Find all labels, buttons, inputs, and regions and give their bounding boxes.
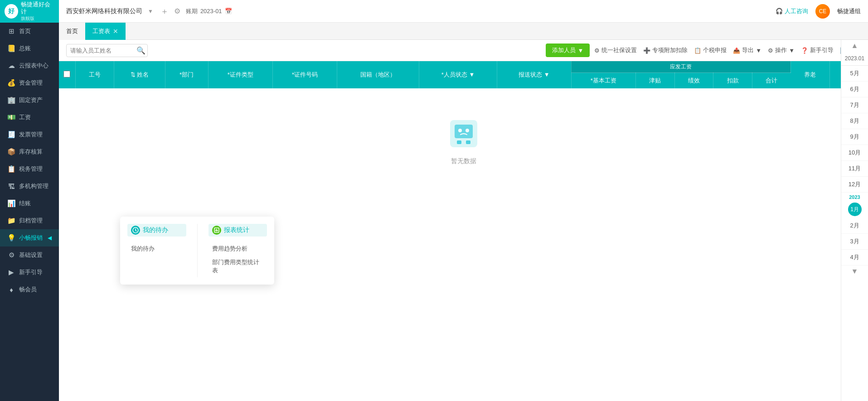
sidebar-item-label: 发票管理 (19, 130, 43, 139)
th-pension: 养老 (790, 61, 829, 88)
month-item-11[interactable]: 11月 (841, 161, 868, 177)
logo-icon: 好 (5, 4, 18, 19)
month-year-2023: 2023 (841, 193, 868, 201)
settlement-icon: 📊 (7, 199, 15, 208)
archive-icon: 📁 (7, 217, 15, 225)
add-person-label: 添加人员 (552, 46, 576, 54)
month-item-7[interactable]: 7月 (841, 97, 868, 113)
th-deduction: 扣款 (713, 73, 752, 89)
guide-action[interactable]: ❓ 新手引导 (801, 46, 834, 54)
sidebar-item-label: 库存核算 (19, 148, 43, 156)
sidebar-item-home[interactable]: ⊞ 首页 (0, 23, 59, 40)
dropdown-item-my-pending[interactable]: 我的待办 (127, 242, 186, 256)
empty-icon (446, 116, 482, 152)
sidebar-item-member[interactable]: ♦ 畅会员 (0, 281, 59, 298)
sidebar-item-archive[interactable]: 📁 归档管理 (0, 212, 59, 229)
sidebar-item-fixed-assets[interactable]: 🏢 固定资产 (0, 92, 59, 109)
tax-report-label: 个税申报 (703, 46, 727, 54)
pending-title: 我的待办 (127, 224, 186, 237)
month-prev-button[interactable]: ▲ (841, 42, 868, 50)
operations-label: 操作 (775, 46, 787, 54)
company-name: 西安虾米网络科技有限公司 (66, 7, 142, 15)
service-button[interactable]: 🎧 人工咨询 (776, 7, 808, 15)
avatar-text: CE (819, 8, 827, 14)
add-person-button[interactable]: 添加人员 ▼ (546, 43, 590, 57)
social-security-icon: ⚙ (594, 47, 600, 54)
export-action[interactable]: 📤 导出 ▼ (733, 46, 761, 54)
dropdown-columns: 我的待办 我的待办 报表统计 费用趋势分析 (127, 224, 267, 277)
tax-report-action[interactable]: 📋 个税申报 (694, 46, 727, 54)
sidebar-item-expense[interactable]: 💡 小畅报销 ◀ (0, 229, 59, 246)
home-icon: ⊞ (7, 27, 15, 35)
dropdown-item-dept-expense[interactable]: 部门费用类型统计表 (209, 256, 267, 277)
pending-icon (131, 226, 140, 235)
dropdown-item-expense-trend[interactable]: 费用趋势分析 (209, 242, 267, 256)
th-basic-salary: *基本工资 (571, 73, 635, 89)
salary-table: 工号 ⇅ 姓名 *部门 *证件类型 *证件号码 国籍（地区） *人员状态 ▼ 报… (59, 61, 868, 193)
sidebar-item-label: 归档管理 (19, 217, 43, 225)
logo-sub: 旗舰版 (21, 15, 54, 22)
period-label: 账期 2023-01 📅 (186, 7, 232, 15)
svg-rect-1 (455, 125, 473, 138)
sidebar-item-tax[interactable]: 📋 税务管理 (0, 160, 59, 178)
sidebar-item-label: 固定资产 (19, 96, 43, 104)
tab-salary[interactable]: 工资表 ✕ (85, 23, 126, 40)
month-item-4[interactable]: 4月 (841, 250, 868, 266)
month-next-button[interactable]: ▼ (841, 267, 868, 275)
month-item-12[interactable]: 12月 (841, 177, 868, 193)
add-company-icon[interactable]: ＋ (160, 6, 169, 17)
month-item-2[interactable]: 2月 (841, 218, 868, 234)
dropdown-col-reports: 报表统计 费用趋势分析 部门费用类型统计表 (209, 224, 267, 277)
company-settings-icon[interactable]: ⚙ (174, 7, 180, 15)
assets-icon: 🏢 (7, 96, 15, 104)
search-input[interactable] (70, 47, 134, 54)
select-all-checkbox[interactable] (63, 71, 70, 77)
service-label: 人工咨询 (785, 7, 808, 15)
period-calendar-icon[interactable]: 📅 (225, 8, 232, 14)
social-security-action[interactable]: ⚙ 统一社保设置 (594, 46, 637, 54)
tab-home[interactable]: 首页 (59, 23, 85, 40)
pending-label: 我的待办 (143, 226, 168, 234)
sidebar-item-label: 基础设置 (19, 251, 43, 259)
month-item-5[interactable]: 5月 (841, 66, 868, 82)
content-area: 🔍 添加人员 ▼ ⚙ 统一社保设置 ➕ 专项附加扣除 📋 个税申报 (59, 40, 868, 401)
sidebar-item-multi-org[interactable]: 🏗 多机构管理 (0, 178, 59, 195)
sidebar-item-settlement[interactable]: 📊 结账 (0, 195, 59, 212)
tab-close-icon[interactable]: ✕ (113, 28, 118, 35)
operations-action[interactable]: ⚙ 操作 ▼ (768, 46, 795, 54)
tab-home-label: 首页 (66, 27, 78, 35)
svg-rect-2 (457, 140, 461, 144)
sidebar-logo: 好 畅捷通好会计 旗舰版 (0, 0, 59, 23)
month-item-10[interactable]: 10月 (841, 145, 868, 161)
guide-label: 新手引导 (810, 46, 834, 54)
sidebar-item-fund[interactable]: 💰 资金管理 (0, 74, 59, 92)
sidebar-item-guide[interactable]: ▶ 新手引导 (0, 264, 59, 281)
sidebar-item-cloud-report[interactable]: ☁ 云报表中心 (0, 57, 59, 74)
toolbar-actions: ⚙ 统一社保设置 ➕ 专项附加扣除 📋 个税申报 📤 导出 ▼ ⚙ (594, 46, 861, 54)
expense-icon: 💡 (7, 234, 15, 242)
user-name: 畅捷通组 (837, 7, 861, 15)
period-value: 2023-01 (200, 8, 222, 14)
tax-deduction-action[interactable]: ➕ 专项附加扣除 (643, 46, 688, 54)
th-total: 合计 (752, 73, 791, 89)
company-dropdown-icon[interactable]: ▼ (148, 8, 153, 14)
dropdown-menu: 我的待办 我的待办 报表统计 费用趋势分析 (120, 217, 274, 285)
sidebar-item-salary[interactable]: 💵 工资 (0, 109, 59, 126)
sidebar-item-inventory[interactable]: 📦 库存核算 (0, 143, 59, 160)
month-nav-down: ▼ (841, 266, 868, 277)
svg-point-5 (466, 129, 469, 132)
month-item-1-active[interactable]: 1月 (848, 203, 862, 216)
salary-icon: 💵 (7, 113, 15, 121)
empty-state: 暂无数据 (59, 88, 868, 193)
sidebar-item-invoice[interactable]: 🧾 发票管理 (0, 126, 59, 143)
sidebar-item-settings[interactable]: ⚙ 基础设置 (0, 246, 59, 264)
sidebar-item-ledger[interactable]: 📒 总账 (0, 40, 59, 57)
sidebar-item-label: 总账 (19, 44, 31, 53)
month-item-3[interactable]: 3月 (841, 234, 868, 250)
tax-deduction-label: 专项附加扣除 (652, 46, 688, 54)
month-item-8[interactable]: 8月 (841, 113, 868, 129)
month-item-9[interactable]: 9月 (841, 129, 868, 145)
cloud-icon: ☁ (7, 62, 15, 70)
month-item-6[interactable]: 6月 (841, 82, 868, 97)
th-job-number: 工号 (75, 61, 114, 88)
